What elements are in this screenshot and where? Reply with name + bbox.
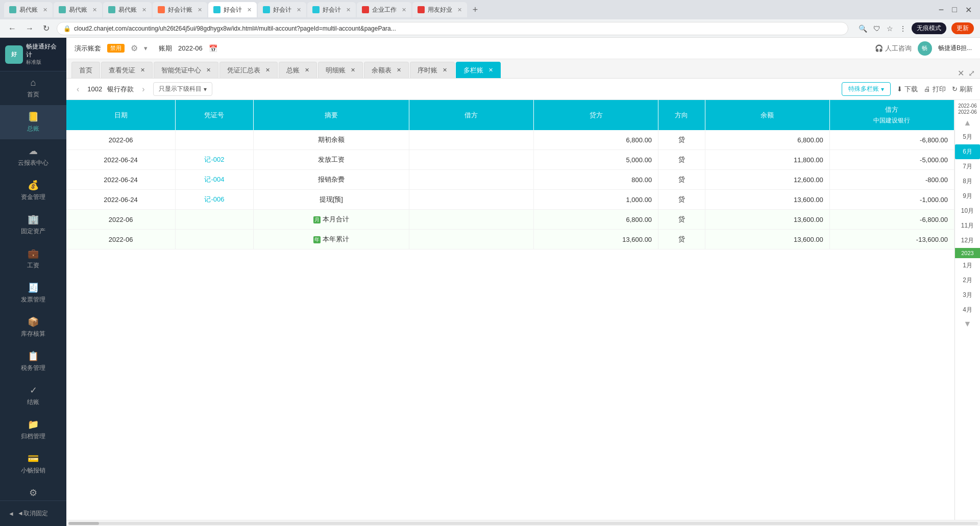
browser-tab-5[interactable]: 好会计 ✕ [208, 2, 257, 17]
sidebar-item-home[interactable]: ⌂ 首页 [0, 71, 66, 105]
sidebar-item-settings[interactable]: ⚙ 基础设置 [0, 481, 66, 500]
tab-general-ledger[interactable]: 总账 ✕ [279, 62, 317, 78]
period-dropdown-icon[interactable]: ▾ [144, 44, 148, 52]
search-icon[interactable]: 🔍 [859, 24, 867, 33]
sidebar-item-invoice[interactable]: 🧾 发票管理 [0, 276, 66, 310]
tab-view-voucher-close[interactable]: ✕ [140, 67, 145, 73]
cell-credit-4: 6,800.00 [533, 210, 658, 230]
cal-month-2023-4[interactable]: 4月 [955, 303, 980, 317]
cell-voucher-3[interactable]: 记-006 [176, 190, 254, 210]
cal-month-10[interactable]: 10月 [955, 204, 980, 218]
browser-tab-7[interactable]: 好会计 ✕ [307, 2, 356, 17]
tab-home[interactable]: 首页 [71, 62, 100, 78]
tab-close-9[interactable]: ✕ [457, 7, 462, 13]
sidebar-item-fund[interactable]: 💰 资金管理 [0, 173, 66, 208]
update-button[interactable]: 更新 [951, 22, 974, 34]
forward-button[interactable]: → [23, 22, 36, 35]
cal-month-11[interactable]: 11月 [955, 218, 980, 233]
scrollbar-thumb[interactable] [68, 522, 99, 525]
tab-journal[interactable]: 序时账 ✕ [410, 62, 455, 78]
account-settings-icon[interactable]: ⚙ [131, 43, 138, 53]
refresh-button[interactable]: ↻ 刷新 [952, 85, 973, 94]
sidebar-item-cloud-report[interactable]: ☁ 云报表中心 [0, 139, 66, 173]
cal-month-7[interactable]: 7月 [955, 159, 980, 174]
browser-restore-button[interactable]: □ [952, 5, 957, 14]
tab-close-1[interactable]: ✕ [43, 7, 47, 13]
tab-view-voucher[interactable]: 查看凭证 ✕ [101, 62, 153, 78]
calendar-down-button[interactable]: ▼ [962, 317, 974, 331]
sidebar-item-general-ledger[interactable]: 📒 总账 [0, 105, 66, 139]
browser-tab-2[interactable]: 易代账 ✕ [54, 2, 102, 17]
tab-multi-column-close[interactable]: ✕ [488, 67, 493, 73]
tab-smart-voucher[interactable]: 智能凭证中心 ✕ [154, 62, 218, 78]
tab-close-3[interactable]: ✕ [142, 7, 146, 13]
browser-close-button[interactable]: ✕ [965, 5, 972, 15]
cal-month-9[interactable]: 9月 [955, 189, 980, 204]
scrollbar-track[interactable] [68, 522, 978, 525]
tab-close-2[interactable]: ✕ [92, 7, 97, 13]
special-multi-label: 特殊多栏账 [848, 85, 879, 93]
tab-general-ledger-close[interactable]: ✕ [305, 67, 309, 73]
sidebar-item-fixed-assets[interactable]: 🏢 固定资产 [0, 208, 66, 242]
cal-month-2023-1[interactable]: 1月 [955, 258, 980, 273]
sidebar-item-tax[interactable]: 📋 税务管理 [0, 344, 66, 379]
cell-voucher-1[interactable]: 记-002 [176, 150, 254, 170]
download-button[interactable]: ⬇ 下载 [897, 85, 918, 94]
back-button[interactable]: ← [6, 22, 18, 35]
cal-month-12[interactable]: 12月 [955, 233, 980, 248]
calendar-icon[interactable]: 📅 [209, 44, 217, 53]
tab-close-7[interactable]: ✕ [346, 7, 351, 13]
sidebar-item-expense[interactable]: 💳 小畅报销 [0, 447, 66, 481]
cell-direction-2: 贷 [658, 170, 705, 190]
browser-tab-1[interactable]: 易代账 ✕ [4, 2, 53, 17]
cal-month-2023-2[interactable]: 2月 [955, 273, 980, 288]
calendar-up-button[interactable]: ▲ [962, 116, 974, 130]
browser-menu-icon[interactable]: ⋮ [899, 24, 906, 33]
tab-balance[interactable]: 余额表 ✕ [364, 62, 409, 78]
star-icon[interactable]: ☆ [887, 24, 893, 33]
bottom-scrollbar[interactable] [66, 520, 980, 526]
browser-tab-4[interactable]: 好会计账 ✕ [153, 2, 207, 17]
tab-detail-ledger[interactable]: 明细账 ✕ [318, 62, 363, 78]
new-tab-button[interactable]: + [468, 3, 482, 17]
browser-tab-6[interactable]: 好会计 ✕ [258, 2, 306, 17]
filter-sub-accounts-button[interactable]: 只显示下级科目 ▾ [153, 82, 212, 96]
tab-smart-voucher-close[interactable]: ✕ [206, 67, 211, 73]
browser-tab-3[interactable]: 易代账 ✕ [103, 2, 152, 17]
tab-close-8[interactable]: ✕ [402, 7, 406, 13]
tab-voucher-summary-close[interactable]: ✕ [265, 67, 270, 73]
prev-account-button[interactable]: ‹ [74, 84, 82, 95]
tab-journal-close[interactable]: ✕ [443, 67, 447, 73]
cal-month-5[interactable]: 5月 [955, 130, 980, 144]
sidebar-item-archive[interactable]: 📁 归档管理 [0, 413, 66, 447]
consulting-button[interactable]: 🎧 人工咨询 [875, 44, 912, 53]
cell-voucher-2[interactable]: 记-004 [176, 170, 254, 190]
special-multi-button[interactable]: 特殊多栏账 ▾ [842, 82, 891, 96]
tab-close-6[interactable]: ✕ [297, 7, 301, 13]
sidebar-item-inventory[interactable]: 📦 库存核算 [0, 310, 66, 344]
browser-minimize-button[interactable]: − [939, 5, 944, 15]
sidebar-item-close-account[interactable]: ✓ 结账 [0, 379, 66, 413]
browser-tab-9[interactable]: 用友好业 ✕ [412, 2, 467, 17]
cal-month-6[interactable]: 6月 [955, 144, 980, 159]
tab-close-4[interactable]: ✕ [198, 7, 202, 13]
tab-close-5[interactable]: ✕ [247, 7, 252, 13]
cal-month-8[interactable]: 8月 [955, 174, 980, 189]
address-bar[interactable]: 🔒 cloud2.chanjet.com/accounting/uh26t264… [57, 22, 848, 35]
cal-month-2023-3[interactable]: 3月 [955, 288, 980, 303]
tab-balance-close[interactable]: ✕ [397, 67, 401, 73]
unpin-sidebar-button[interactable]: ◄ ◄取消固定 [5, 506, 61, 521]
browser-tab-8[interactable]: 企业工作 ✕ [357, 2, 411, 17]
reload-button[interactable]: ↻ [41, 21, 52, 35]
tab-detail-ledger-close[interactable]: ✕ [351, 67, 355, 73]
print-button[interactable]: 🖨 打印 [924, 85, 946, 94]
tab-voucher-summary[interactable]: 凭证汇总表 ✕ [219, 62, 278, 78]
shield-icon[interactable]: 🛡 [873, 24, 880, 33]
tab-multi-column-label: 多栏账 [463, 66, 483, 75]
wuhen-mode-button[interactable]: 无痕模式 [912, 22, 946, 34]
expand-panel-icon[interactable]: ⤢ [968, 68, 975, 78]
collapse-panel-icon[interactable]: ✕ [958, 68, 964, 78]
sidebar-item-salary[interactable]: 💼 工资 [0, 242, 66, 276]
tab-multi-column[interactable]: 多栏账 ✕ [456, 62, 501, 78]
next-account-button[interactable]: › [139, 84, 148, 95]
